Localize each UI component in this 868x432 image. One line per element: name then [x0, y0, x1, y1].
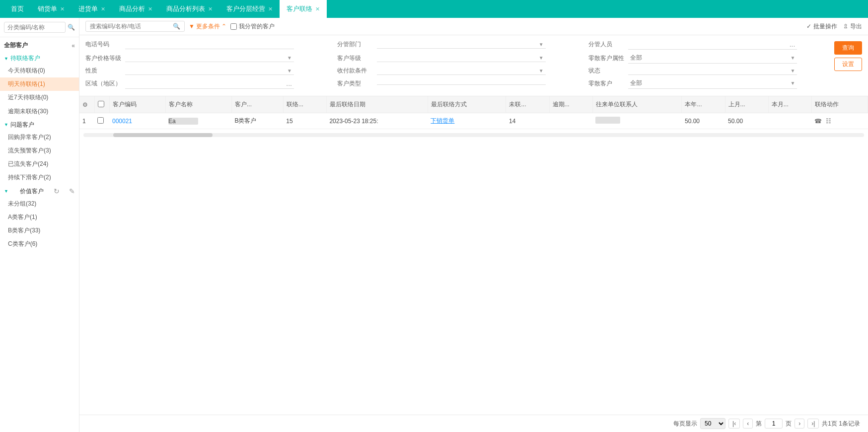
region-label: 区域（地区）	[85, 79, 125, 88]
region-more-icon[interactable]: ...	[286, 79, 292, 87]
cell-actions: ☎ ☷	[811, 113, 868, 129]
close-icon[interactable]: ✕	[268, 6, 273, 12]
sidebar-item-declining[interactable]: 持续下滑客户(2)	[0, 171, 79, 184]
filter-payment-cell: 收付款条件 ▼	[337, 67, 575, 75]
more-conditions-btn[interactable]: ▼ 更多条件 ⌃	[189, 22, 226, 31]
col-overdue: 逾期...	[549, 96, 592, 113]
payment-select[interactable]: ▼	[377, 67, 546, 75]
my-customers-checkbox-label[interactable]: 我分管的客户	[230, 22, 275, 31]
settings-icon[interactable]: ⚙	[82, 101, 88, 108]
grid-action-icon[interactable]: ☷	[826, 118, 831, 125]
col-last-month: 上月...	[725, 96, 768, 113]
problem-group-title: 问题客户	[0, 118, 79, 131]
retail-attr-select[interactable]: 全部 ▼	[628, 53, 797, 64]
close-icon[interactable]: ✕	[101, 6, 105, 12]
sidebar-item-lost[interactable]: 已流失客户(24)	[0, 157, 79, 171]
sidebar-item-tomorrow-pending[interactable]: 明天待联络(1)	[0, 77, 79, 91]
set-button[interactable]: 设置	[834, 58, 862, 71]
next-page-btn[interactable]: ›	[795, 419, 804, 429]
col-customer-category: 客户...	[231, 96, 283, 113]
col-customer-name: 客户名称	[165, 96, 231, 113]
scroll-thumb[interactable]	[113, 133, 213, 137]
sidebar-item-repurchase-abnormal[interactable]: 回购异常客户(2)	[0, 131, 79, 144]
data-table-container: ⚙ 客户编码 客户名称 客户... 联络... 最后联络日期 最后联络方式 未联…	[79, 96, 868, 415]
close-icon[interactable]: ✕	[148, 6, 152, 12]
prev-page-btn[interactable]: ‹	[743, 419, 753, 429]
filter-dept-cell: 分管部门 ▼	[337, 40, 575, 49]
phone-action-icon[interactable]: ☎	[814, 118, 822, 125]
collapse-icon[interactable]: «	[72, 42, 75, 49]
cell-checkbox	[94, 113, 109, 129]
customer-type-select[interactable]	[377, 82, 546, 85]
nav-sales-order[interactable]: 销货单 ✕	[31, 0, 72, 18]
col-actions: 联络动作	[811, 96, 868, 113]
per-page-select[interactable]: 50 100	[700, 418, 725, 429]
manager-more-icon[interactable]: ...	[790, 40, 796, 48]
col-contact-person: 往来单位联系人	[592, 96, 682, 113]
row-checkbox[interactable]	[97, 117, 104, 124]
chevron-down-icon: ▼	[287, 55, 292, 61]
last-page-btn[interactable]: ›|	[807, 419, 819, 429]
nav-purchase-order[interactable]: 进货单 ✕	[72, 0, 112, 18]
batch-operation-btn[interactable]: ✓ 批量操作	[806, 22, 837, 31]
sidebar-search-input[interactable]	[4, 22, 66, 33]
nav-home[interactable]: 首页	[4, 0, 31, 18]
sidebar-item-b-class[interactable]: B类客户(33)	[0, 224, 79, 237]
cell-no: 1	[79, 113, 94, 129]
refresh-icon[interactable]: ↻	[54, 187, 60, 195]
sidebar-item-c-class[interactable]: C类客户(6)	[0, 237, 79, 251]
nav-customer-tier[interactable]: 客户分层经营 ✕	[219, 0, 280, 18]
price-grade-select[interactable]: ▼	[125, 54, 294, 62]
filter-region-cell: 区域（地区） ...	[85, 78, 323, 89]
cell-name: Ea	[165, 113, 231, 129]
select-all-checkbox[interactable]	[98, 101, 104, 107]
page-number-input[interactable]	[765, 419, 783, 429]
filter-row-2: 客户价格等级 ▼ 客户等级 ▼	[85, 53, 826, 64]
close-icon[interactable]: ✕	[208, 6, 213, 12]
sidebar-item-week-pending[interactable]: 近7天待联络(0)	[0, 91, 79, 104]
col-current-year: 本年...	[682, 96, 725, 113]
horizontal-scrollbar[interactable]	[83, 133, 864, 137]
search-input[interactable]	[90, 23, 173, 30]
filter-row-1: 电话号码 分管部门 ▼ 分管人员	[85, 39, 826, 50]
filter-manager-cell: 分管人员 ...	[588, 39, 826, 50]
sidebar-item-a-class[interactable]: A类客户(1)	[0, 211, 79, 224]
gender-select[interactable]: ▼	[125, 67, 294, 75]
export-btn[interactable]: ⇫ 导出	[843, 22, 862, 31]
query-button[interactable]: 查询	[834, 41, 862, 55]
search-icon[interactable]: 🔍	[68, 24, 75, 31]
status-select[interactable]: ▼	[628, 67, 797, 75]
retail-customer-select[interactable]: 全部 ▼	[628, 78, 797, 89]
filter-customer-type-cell: 客户类型	[337, 79, 575, 88]
customer-grade-select[interactable]: ▼	[377, 54, 546, 62]
first-page-btn[interactable]: |‹	[728, 419, 740, 429]
sidebar-item-overdue-pending[interactable]: 逾期未联络(30)	[0, 105, 79, 118]
close-icon[interactable]: ✕	[315, 6, 320, 12]
phone-label: 电话号码	[85, 40, 125, 49]
page-prefix-label: 第	[756, 420, 762, 428]
cell-last-method: 下销货单	[428, 113, 506, 129]
cell-category: B类客户	[231, 113, 283, 129]
table-row: 1 000021 Ea B类客户 15 2023-05-23 18:25: 下销…	[79, 113, 868, 129]
col-last-contact-date: 最后联络日期	[326, 96, 428, 113]
filter-panel: 电话号码 分管部门 ▼ 分管人员	[79, 35, 868, 96]
dept-select[interactable]: ▼	[377, 41, 546, 49]
edit-icon[interactable]: ✎	[69, 187, 75, 195]
nav-product-analysis-list[interactable]: 商品分析列表 ✕	[159, 0, 219, 18]
sidebar-item-ungrouped[interactable]: 未分组(32)	[0, 197, 79, 211]
check-icon: ✓	[806, 23, 811, 30]
export-icon: ⇫	[843, 23, 848, 30]
nav-customer-contact[interactable]: 客户联络 ✕	[280, 0, 327, 18]
all-customers-header: 全部客户 «	[0, 37, 79, 52]
close-icon[interactable]: ✕	[60, 6, 65, 12]
nav-product-analysis[interactable]: 商品分析 ✕	[112, 0, 159, 18]
chevron-down-icon: ▼	[539, 55, 544, 61]
scrollbar-area	[79, 129, 868, 141]
search-icon[interactable]: 🔍	[173, 23, 180, 30]
phone-input[interactable]	[125, 40, 294, 49]
pending-group-title: 待联络客户	[0, 52, 79, 64]
sidebar-item-churn-warning[interactable]: 流失预警客户(3)	[0, 144, 79, 157]
search-box: 🔍	[85, 21, 185, 32]
sidebar-item-today-pending[interactable]: 今天待联络(0)	[0, 64, 79, 77]
my-customers-checkbox[interactable]	[230, 23, 237, 30]
